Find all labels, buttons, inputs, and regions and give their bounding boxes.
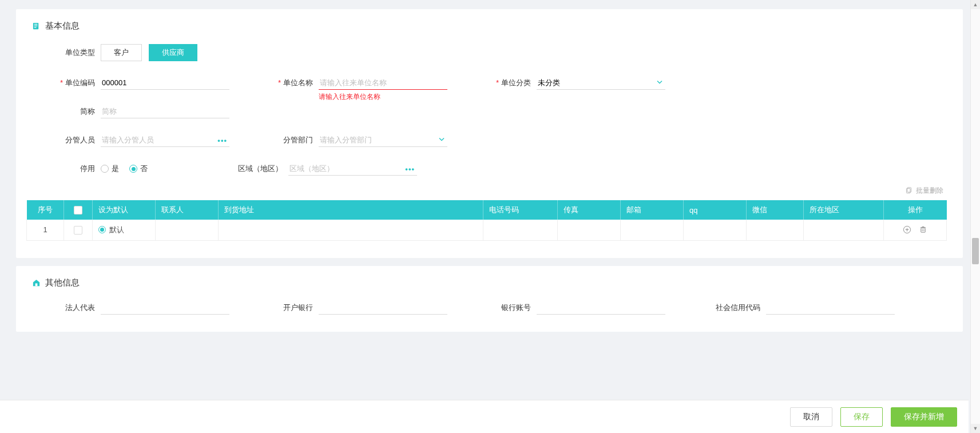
contact-table: 序号 设为默认 联系人 到货地址 电话号码 传真 邮箱 qq 微信 所在地区 操… [26, 200, 947, 241]
batch-delete-link[interactable]: 批量删除 [32, 186, 947, 196]
section-other-info: 其他信息 法人代表 开户银行 银行账号 [16, 266, 963, 332]
select-all-checkbox[interactable] [74, 206, 82, 214]
cell-wechat[interactable] [747, 220, 804, 240]
field-manager: 分管人员 ••• [55, 133, 229, 147]
section-title-basic-text: 基本信息 [45, 21, 80, 31]
field-unit-type: 单位类型 客户 供应商 [55, 44, 197, 61]
cell-phone[interactable] [483, 220, 558, 240]
form-icon [32, 22, 41, 30]
copy-icon [905, 187, 912, 194]
cell-area[interactable] [804, 220, 884, 240]
ellipsis-icon[interactable]: ••• [405, 165, 415, 173]
unit-type-customer-button[interactable]: 客户 [101, 44, 142, 61]
field-unit-category: *单位分类 [491, 76, 665, 90]
table-header-row: 序号 设为默认 联系人 到货地址 电话号码 传真 邮箱 qq 微信 所在地区 操… [27, 200, 947, 220]
svg-rect-1 [34, 24, 38, 25]
field-legal-rep: 法人代表 [55, 301, 229, 315]
bank-input[interactable] [319, 301, 447, 315]
scroll-down-arrow-icon[interactable]: ▼ [971, 424, 980, 433]
unit-code-input[interactable] [101, 76, 229, 90]
field-bank: 开户银行 [273, 301, 447, 315]
short-name-input[interactable] [101, 105, 229, 118]
legal-rep-input[interactable] [101, 301, 229, 315]
save-button[interactable]: 保存 [840, 407, 883, 427]
field-short-name: 简称 [55, 105, 229, 118]
svg-rect-2 [34, 26, 38, 26]
field-unit-name: *单位名称 请输入往来单位名称 [273, 76, 447, 90]
social-credit-input[interactable] [766, 301, 895, 315]
cancel-button[interactable]: 取消 [790, 407, 832, 427]
table-row: 1 默认 [27, 220, 947, 240]
unit-name-error: 请输入往来单位名称 [319, 92, 380, 102]
cell-fax[interactable] [558, 220, 621, 240]
cell-email[interactable] [621, 220, 684, 240]
section-title-other: 其他信息 [32, 277, 947, 288]
delete-row-button[interactable] [918, 224, 928, 235]
svg-rect-3 [34, 27, 37, 27]
footer-bar: 取消 保存 保存并新增 [0, 400, 969, 433]
region-input[interactable] [288, 162, 417, 176]
field-department: 分管部门 [273, 133, 447, 147]
add-row-button[interactable] [902, 224, 912, 235]
manager-input[interactable] [101, 133, 229, 147]
field-region: 区域（地区） ••• [231, 162, 417, 176]
cell-contact[interactable] [156, 220, 219, 240]
unit-category-select[interactable] [537, 76, 665, 90]
scrollbar-thumb[interactable] [972, 238, 979, 264]
unit-type-supplier-button[interactable]: 供应商 [149, 44, 197, 61]
svg-rect-9 [921, 228, 926, 232]
section-basic-info: 基本信息 单位类型 客户 供应商 *单位编码 [16, 9, 963, 258]
disabled-yes-radio[interactable]: 是 [101, 164, 119, 174]
field-social-credit: 社会信用代码 [709, 301, 895, 315]
scrollbar[interactable]: ▲ ▼ [970, 0, 980, 433]
unit-name-input[interactable] [319, 76, 447, 90]
section-title-basic: 基本信息 [32, 21, 947, 31]
field-unit-code: *单位编码 [55, 76, 229, 90]
ellipsis-icon[interactable]: ••• [217, 136, 227, 145]
home-icon [32, 279, 41, 287]
department-input[interactable] [319, 133, 447, 147]
field-bank-account: 银行账号 [491, 301, 665, 315]
field-disabled: 停用 是 否 [55, 164, 158, 174]
bank-account-input[interactable] [537, 301, 665, 315]
save-and-new-button[interactable]: 保存并新增 [891, 407, 957, 427]
section-title-other-text: 其他信息 [45, 277, 80, 288]
svg-rect-14 [35, 283, 38, 286]
default-radio[interactable]: 默认 [98, 225, 124, 235]
row-checkbox[interactable] [74, 226, 82, 235]
scroll-up-arrow-icon[interactable]: ▲ [971, 0, 980, 9]
scrollbar-track[interactable] [971, 9, 980, 424]
cell-qq[interactable] [684, 220, 747, 240]
cell-address[interactable] [219, 220, 483, 240]
disabled-no-radio[interactable]: 否 [129, 164, 148, 174]
